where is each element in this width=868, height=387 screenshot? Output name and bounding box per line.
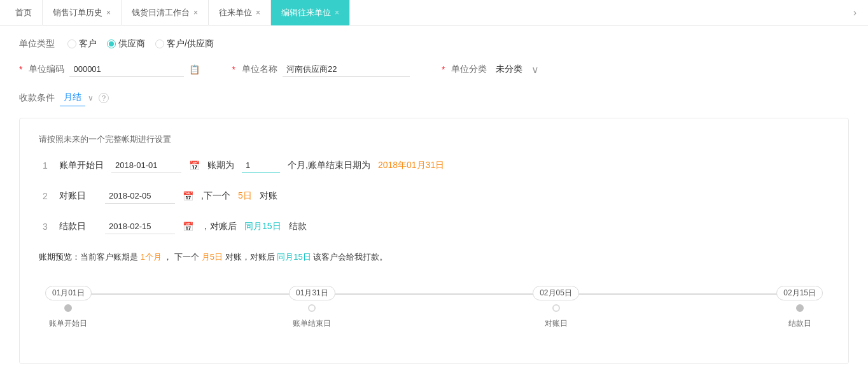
unit-name-field: * 单位名称 [232, 62, 409, 77]
preview-text: 账期预览：当前客户账期是 1个月 ， 下一个 月5日 对账，对账后 同月15日 … [39, 250, 829, 264]
payment-terms-value: 月结 [60, 89, 85, 106]
radio-supplier[interactable]: 供应商 [107, 38, 145, 50]
unit-category-required: * [442, 64, 445, 74]
preview-part2: 月5日 [202, 252, 223, 262]
radio-supplier-label: 供应商 [118, 38, 145, 50]
timeline-point-end: 02月15日 结款日 [776, 286, 823, 329]
timeline-badge-end: 02月15日 [776, 286, 823, 300]
row-1-date-input[interactable] [111, 158, 181, 173]
tab-partner-units-close[interactable]: × [256, 8, 260, 17]
radio-customer-supplier-label: 客户/供应商 [167, 38, 214, 50]
tab-home[interactable]: 首页 [5, 0, 43, 25]
tab-overflow-chevron[interactable]: › [847, 7, 863, 18]
payment-terms-dropdown-icon[interactable]: ∨ [88, 94, 94, 102]
row-1-end-date: 2018年01月31日 [378, 160, 444, 171]
timeline-point-mid1: 01月31日 账单结束日 [289, 286, 335, 329]
tab-edit-partner-unit-close[interactable]: × [335, 8, 339, 17]
row-1-middle-text: 账期为 [207, 160, 234, 171]
payment-terms-help-icon[interactable]: ? [99, 93, 109, 103]
payment-terms-field: 收款条件 月结 ∨ ? [19, 89, 109, 106]
row-1-period-unit: 个月,账单结束日期为 [288, 160, 370, 171]
timeline-label-end: 结款日 [788, 318, 811, 329]
panel-hint: 请按照未来的一个完整帐期进行设置 [39, 134, 829, 145]
tab-sales-order-history-close[interactable]: × [106, 8, 111, 17]
timeline-points: 01月01日 账单开始日 01月31日 账单结束日 02月05日 对账日 02月… [45, 286, 823, 329]
unit-type-field: 单位类型 [19, 38, 55, 50]
row-2-date-input[interactable] [105, 188, 175, 204]
radio-customer-supplier-outer [155, 39, 164, 48]
timeline-point-start: 01月01日 账单开始日 [45, 286, 92, 329]
row-2-calendar-icon[interactable]: 📅 [183, 191, 193, 201]
row-2-num: 2 [39, 191, 52, 201]
unit-name-input[interactable] [283, 62, 410, 77]
radio-customer-supplier[interactable]: 客户/供应商 [155, 38, 214, 50]
setting-row-3: 3 结款日 📅 ，对账后 同月15日 结款 [39, 219, 829, 234]
tab-cash-reconciliation[interactable]: 钱货日清工作台 × [122, 0, 209, 25]
setting-row-1: 1 账单开始日 📅 账期为 个月,账单结束日期为 2018年01月31日 [39, 158, 829, 173]
row-3-prefix: ，对账后 [201, 221, 237, 232]
preview-part1: 1个月 [141, 252, 162, 262]
row-2-prefix: ,下一个 [201, 190, 230, 202]
main-content: 单位类型 客户 供应商 客户/供应商 * 单位编码 📋 [0, 25, 868, 387]
timeline-label-mid1: 账单结束日 [293, 318, 331, 329]
unit-name-label: 单位名称 [242, 64, 277, 75]
preview-part3: 同月15日 [277, 252, 311, 262]
preview-sep2: 对账，对账后 [225, 252, 275, 262]
row-2-highlight: 5日 [238, 190, 252, 202]
tab-edit-partner-unit[interactable]: 编辑往来单位 × [271, 0, 350, 25]
row-3-calendar-icon[interactable]: 📅 [183, 222, 193, 232]
timeline-dot-mid2 [552, 304, 560, 312]
unit-type-label: 单位类型 [19, 38, 55, 50]
tab-sales-order-history[interactable]: 销售订单历史 × [43, 0, 122, 25]
unit-type-row: 单位类型 客户 供应商 客户/供应商 [19, 38, 849, 50]
unit-code-field: * 单位编码 📋 [19, 62, 200, 77]
unit-code-input[interactable] [69, 62, 184, 77]
row-1-num: 1 [39, 160, 52, 171]
timeline-point-mid2: 02月05日 对账日 [533, 286, 579, 329]
unit-code-label: 单位编码 [29, 64, 64, 75]
preview-part2-prefix: 下一个 [174, 252, 199, 262]
timeline-dot-end [796, 304, 804, 312]
payment-terms-label: 收款条件 [19, 92, 55, 104]
row-3-num: 3 [39, 222, 52, 232]
setting-row-2: 2 对账日 📅 ,下一个 5日 对账 [39, 188, 829, 204]
tab-cash-reconciliation-close[interactable]: × [193, 8, 198, 17]
preview-sep1: ， [164, 252, 172, 262]
unit-category-value: 未分类 [492, 61, 526, 78]
radio-customer-label: 客户 [79, 38, 97, 50]
timeline-wrapper: 01月01日 账单开始日 01月31日 账单结束日 02月05日 对账日 02月… [39, 279, 829, 348]
tab-partner-units[interactable]: 往来单位 × [209, 0, 271, 25]
row-3-highlight: 同月15日 [244, 221, 281, 232]
row-1-label: 账单开始日 [59, 160, 104, 171]
row-3-suffix: 结款 [289, 221, 307, 232]
row-3-date-input[interactable] [105, 219, 175, 234]
payment-terms-select[interactable]: 月结 ∨ [60, 89, 94, 106]
radio-supplier-inner [109, 41, 114, 46]
radio-customer[interactable]: 客户 [67, 38, 97, 50]
timeline-label-mid2: 对账日 [545, 318, 568, 329]
unit-category-label: 单位分类 [451, 64, 487, 75]
unit-code-copy-icon[interactable]: 📋 [189, 64, 200, 74]
timeline-badge-mid2: 02月05日 [533, 286, 579, 300]
payment-terms-row: 收款条件 月结 ∨ ? [19, 89, 849, 106]
row-2-suffix: 对账 [260, 190, 277, 202]
period-input[interactable] [242, 158, 280, 173]
row-2-label: 对账日 [59, 190, 97, 202]
unit-type-radio-group: 客户 供应商 客户/供应商 [67, 38, 214, 50]
timeline-dot-start [64, 304, 72, 312]
settings-panel: 请按照未来的一个完整帐期进行设置 1 账单开始日 📅 账期为 个月,账单结束日期… [19, 118, 849, 364]
timeline-badge-start: 01月01日 [45, 286, 92, 300]
timeline-dot-mid1 [308, 304, 316, 312]
radio-supplier-outer [107, 39, 116, 48]
unit-name-required: * [232, 64, 235, 74]
timeline-badge-mid1: 01月31日 [289, 286, 335, 300]
tab-bar: 首页 销售订单历史 × 钱货日清工作台 × 往来单位 × 编辑往来单位 × › [0, 0, 868, 25]
unit-code-required: * [19, 64, 22, 74]
radio-customer-outer [67, 39, 76, 48]
unit-info-row: * 单位编码 📋 * 单位名称 * 单位分类 未分类 ∨ [19, 61, 849, 78]
unit-category-dropdown-icon[interactable]: ∨ [531, 64, 539, 76]
row-1-calendar-icon[interactable]: 📅 [189, 160, 200, 171]
row-3-label: 结款日 [59, 221, 97, 232]
unit-category-field: * 单位分类 未分类 ∨ [442, 61, 539, 78]
timeline-label-start: 账单开始日 [49, 318, 87, 329]
